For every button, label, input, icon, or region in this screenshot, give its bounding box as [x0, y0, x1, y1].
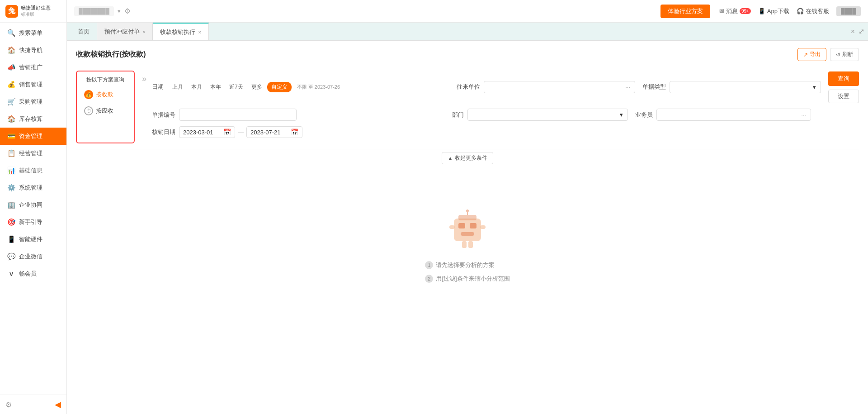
tab-receipt[interactable]: 收款核销执行 ×: [153, 23, 208, 40]
settings-button[interactable]: 设置: [828, 90, 859, 103]
dept-dropdown-icon: ▾: [620, 111, 623, 118]
date-separator: —: [238, 129, 244, 136]
topbar-settings-icon[interactable]: ⚙: [124, 7, 131, 15]
writeoff-end-input[interactable]: [250, 129, 289, 136]
sidebar-item-basic[interactable]: 📊 基础信息: [0, 162, 66, 179]
staff-field: 业务员 ···: [635, 109, 811, 121]
topbar-left: ████████ ▾ ⚙: [74, 6, 131, 16]
doc-type-field: 单据类型 ▾: [642, 81, 821, 93]
messages-button[interactable]: ✉ 消息 99+: [719, 7, 751, 15]
counterpart-field: 往来单位 ···: [457, 81, 635, 93]
tab-prepay[interactable]: 预付冲应付单 ×: [97, 23, 153, 40]
logo-text: 畅捷通好生意 标准版: [21, 5, 51, 17]
date-btn-last-month[interactable]: 上月: [169, 82, 186, 92]
sidebar-collapse-icon[interactable]: ◀: [55, 400, 61, 409]
date-btn-this-month[interactable]: 本月: [188, 82, 205, 92]
page-title: 收款核销执行(按收款): [76, 50, 146, 59]
tab-expand-icon[interactable]: ⤢: [859, 27, 864, 36]
sidebar-nav: 🔍 搜索菜单 🏠 快捷导航 📣 营销推广 💰 销售管理 🛒 采购管理 🏠 库存核…: [0, 23, 66, 395]
query-button[interactable]: 查询: [828, 71, 859, 86]
doc-no-field: 单据编号: [152, 109, 445, 121]
filter-panel-collapse-icon[interactable]: »: [142, 71, 146, 84]
writeoff-start-wrap: 📅: [179, 126, 235, 138]
svg-rect-7: [468, 241, 473, 248]
tab-home[interactable]: 首页: [71, 23, 97, 40]
industry-solution-button[interactable]: 体验行业方案: [660, 5, 710, 18]
enterprise-icon: 🏢: [7, 201, 15, 209]
sidebar-item-inventory[interactable]: 🏠 库存核算: [0, 110, 66, 128]
tab-close-all-icon[interactable]: ×: [851, 28, 855, 36]
quick-icon: 🏠: [7, 46, 15, 54]
doc-no-input[interactable]: [179, 109, 297, 121]
sidebar-item-operation[interactable]: 📋 经营管理: [0, 145, 66, 162]
doc-type-select[interactable]: ▾: [670, 81, 821, 93]
tab-receipt-close-icon[interactable]: ×: [198, 29, 201, 35]
svg-rect-3: [461, 232, 474, 236]
refresh-icon: ↺: [836, 52, 840, 58]
sidebar-item-quick[interactable]: 🏠 快捷导航: [0, 42, 66, 59]
sidebar-item-label: 经营管理: [19, 149, 42, 157]
query-row-3: 核销日期 📅 — 📅: [152, 126, 859, 138]
date-btn-7days[interactable]: 近7天: [226, 82, 246, 92]
content-area: 收款核销执行(按收款) ↗ 导出 ↺ 刷新 按以下方案查询: [67, 41, 868, 414]
sidebar: 兔 畅捷通好生意 标准版 🔍 搜索菜单 🏠 快捷导航 📣 营销推广 💰 销售管理…: [0, 0, 67, 414]
online-service-button[interactable]: 🎧 在线客服: [797, 7, 829, 15]
sidebar-item-label: 资金管理: [19, 132, 42, 140]
topbar-dropdown-icon[interactable]: ▾: [118, 8, 121, 14]
logo-subtitle: 标准版: [21, 11, 51, 18]
sidebar-item-marketing[interactable]: 📣 营销推广: [0, 59, 66, 76]
svg-rect-6: [462, 241, 467, 248]
doc-type-label: 单据类型: [642, 83, 666, 91]
sidebar-item-hardware[interactable]: 📱 智能硬件: [0, 231, 66, 248]
svg-rect-5: [480, 225, 486, 229]
user-avatar[interactable]: ████: [836, 6, 861, 16]
writeoff-end-calendar-icon[interactable]: 📅: [291, 128, 298, 136]
tabbar: 首页 预付冲应付单 × 收款核销执行 × × ⤢: [67, 23, 868, 41]
sidebar-item-purchase[interactable]: 🛒 采购管理: [0, 93, 66, 110]
dept-select[interactable]: ▾: [467, 109, 628, 121]
filter-option-by-receivable[interactable]: ⏱ 按应收: [80, 104, 130, 118]
sidebar-item-enterprise[interactable]: 🏢 企业协同: [0, 196, 66, 214]
query-row-2: 单据编号 部门 ▾ 业务员: [152, 109, 859, 121]
counterpart-dots[interactable]: ···: [625, 84, 630, 90]
dept-label: 部门: [452, 111, 464, 119]
tab-home-label: 首页: [78, 28, 90, 36]
svg-rect-2: [470, 223, 476, 228]
svg-rect-0: [454, 219, 481, 241]
sidebar-item-system[interactable]: ⚙️ 系统管理: [0, 179, 66, 196]
empty-hint-1: 1 请先选择要分析的方案: [425, 259, 509, 271]
date-btn-custom[interactable]: 自定义: [267, 82, 292, 92]
query-form: 日期 上月 本月 本年 近7天 更多 自定义 不限 至 2023-07-26: [152, 71, 859, 143]
sidebar-item-member[interactable]: V 畅会员: [0, 265, 66, 282]
refresh-button[interactable]: ↺ 刷新: [830, 48, 859, 61]
collapse-icon: ▲: [448, 155, 453, 162]
staff-label: 业务员: [635, 111, 653, 119]
sidebar-item-label: 搜索菜单: [19, 29, 42, 37]
sidebar-item-search[interactable]: 🔍 搜索菜单: [0, 24, 66, 42]
date-btn-more[interactable]: 更多: [248, 82, 265, 92]
sidebar-item-sales[interactable]: 💰 销售管理: [0, 76, 66, 93]
filter-option-by-receipt[interactable]: 💰 按收款: [80, 87, 130, 102]
sidebar-item-finance[interactable]: 💳 资金管理: [0, 128, 66, 145]
tabbar-actions: × ⤢: [851, 27, 864, 36]
sidebar-item-guide[interactable]: 🎯 新手引导: [0, 214, 66, 231]
app-download-button[interactable]: 📱 App下载: [758, 7, 789, 15]
settings-icon[interactable]: ⚙: [5, 400, 12, 409]
collapse-more-button[interactable]: ▲ 收起更多条件: [442, 152, 493, 164]
export-button[interactable]: ↗ 导出: [797, 48, 826, 61]
staff-select[interactable]: ···: [656, 109, 811, 121]
writeoff-start-calendar-icon[interactable]: 📅: [223, 128, 231, 136]
writeoff-start-input[interactable]: [183, 129, 222, 136]
page-header: 收款核销执行(按收款) ↗ 导出 ↺ 刷新: [67, 41, 868, 65]
date-btn-this-year[interactable]: 本年: [207, 82, 224, 92]
sidebar-item-label: 企业协同: [19, 201, 42, 209]
sidebar-item-label: 销售管理: [19, 81, 42, 89]
export-icon: ↗: [803, 52, 808, 58]
system-icon: ⚙️: [7, 184, 15, 192]
counterpart-select[interactable]: ···: [484, 81, 635, 93]
tab-prepay-close-icon[interactable]: ×: [142, 29, 145, 34]
topbar: ████████ ▾ ⚙ 体验行业方案 ✉ 消息 99+ 📱 App下载 🎧 在…: [67, 0, 868, 23]
page-actions: ↗ 导出 ↺ 刷新: [797, 48, 859, 61]
staff-dots[interactable]: ···: [801, 111, 806, 118]
sidebar-item-wechat[interactable]: 💬 企业微信: [0, 248, 66, 265]
